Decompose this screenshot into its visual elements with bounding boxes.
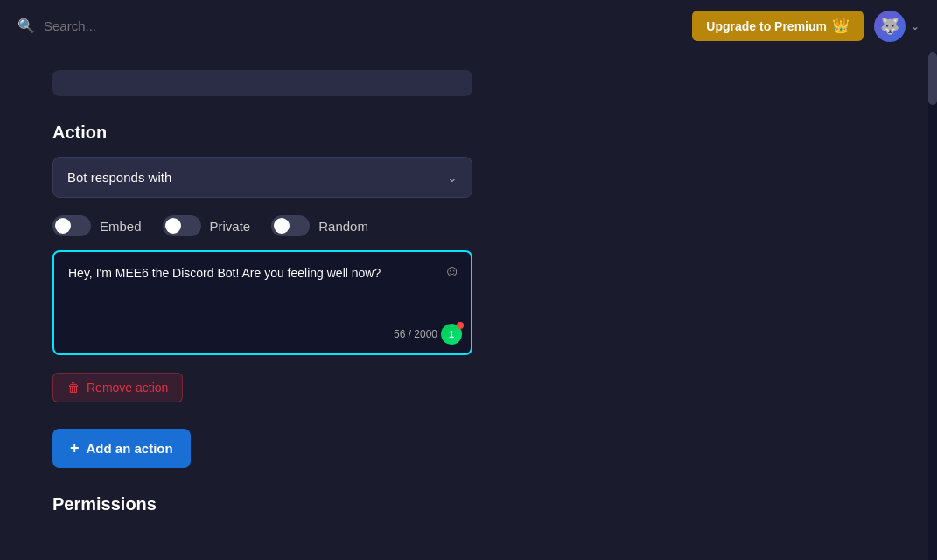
add-action-label: Add an action: [87, 441, 173, 456]
response-textarea-box[interactable]: Hey, I'm MEE6 the Discord Bot! Are you f…: [52, 250, 472, 355]
toggle-embed: Embed: [52, 215, 142, 236]
char-count: 56 / 2000: [394, 328, 437, 340]
emoji-icon: ☺: [444, 262, 460, 280]
random-toggle-thumb: [274, 218, 290, 234]
notification-badge: 1: [441, 324, 462, 345]
top-bar-partial: [52, 70, 472, 96]
crown-icon: 👑: [832, 18, 850, 34]
response-text[interactable]: Hey, I'm MEE6 the Discord Bot! Are you f…: [68, 264, 457, 283]
private-toggle-label: Private: [210, 219, 251, 234]
scrollbar-thumb[interactable]: [928, 52, 937, 105]
upgrade-label: Upgrade to Premium: [706, 19, 827, 33]
embed-toggle-thumb: [55, 218, 71, 234]
header: 🔍 Upgrade to Premium 👑 🐺 ⌄: [0, 0, 937, 52]
header-right: Upgrade to Premium 👑 🐺 ⌄: [692, 10, 920, 42]
add-action-button[interactable]: + Add an action: [52, 429, 191, 468]
emoji-button[interactable]: ☺: [444, 262, 460, 281]
toggle-row: Embed Private Random: [52, 215, 902, 236]
dropdown-chevron-icon: ⌄: [447, 171, 458, 185]
private-toggle[interactable]: [163, 215, 201, 236]
scrollbar-track: [928, 52, 937, 560]
remove-action-button[interactable]: 🗑 Remove action: [52, 373, 183, 402]
embed-toggle-label: Embed: [100, 219, 142, 234]
toggle-random: Random: [271, 215, 368, 236]
avatar: 🐺: [874, 10, 906, 42]
bot-responds-dropdown[interactable]: Bot responds with ⌄: [52, 157, 472, 198]
random-toggle-label: Random: [318, 219, 368, 234]
embed-toggle[interactable]: [52, 215, 91, 236]
chevron-down-icon: ⌄: [911, 20, 920, 32]
permissions-section-label: Permissions: [52, 494, 902, 514]
private-toggle-thumb: [165, 218, 181, 234]
search-icon: 🔍: [17, 18, 35, 34]
plus-icon: +: [70, 439, 80, 458]
remove-action-label: Remove action: [87, 381, 168, 395]
trash-icon: 🗑: [67, 381, 80, 395]
toggle-private: Private: [163, 215, 251, 236]
dropdown-value: Bot responds with: [67, 170, 171, 185]
avatar-wrap[interactable]: 🐺 ⌄: [874, 10, 920, 42]
random-toggle[interactable]: [271, 215, 310, 236]
char-count-wrap: 56 / 2000 1: [394, 324, 462, 345]
dropdown-wrap: Bot responds with ⌄: [52, 157, 472, 198]
upgrade-premium-button[interactable]: Upgrade to Premium 👑: [692, 10, 864, 41]
action-section-label: Action: [52, 122, 902, 143]
main-content: Action Bot responds with ⌄ Embed Private…: [0, 52, 937, 560]
search-input[interactable]: [44, 18, 219, 33]
search-area: 🔍: [17, 18, 692, 34]
